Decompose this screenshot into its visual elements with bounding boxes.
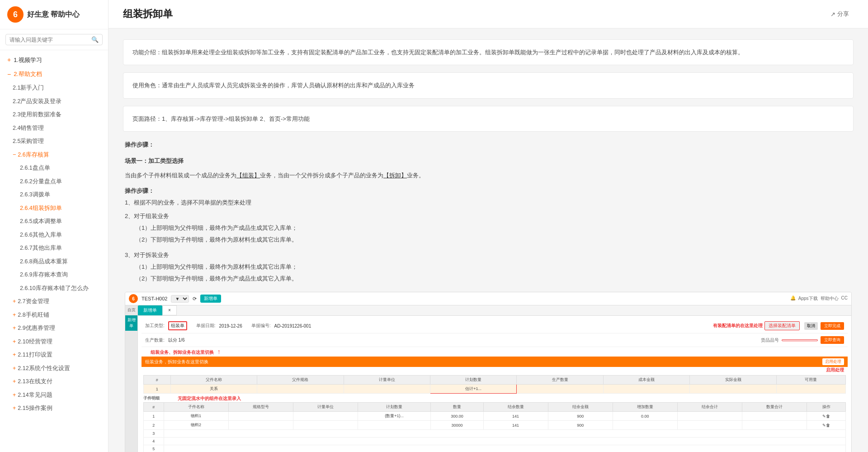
search-wrap[interactable]: 🔍 xyxy=(5,34,103,45)
step3-1-text: （1）上部明细为父件明细，最终作为原材料生成其它出库单； xyxy=(136,261,852,273)
s-qty2: 30000 xyxy=(431,421,483,430)
s-remain-qty: 141 xyxy=(483,412,548,421)
sidebar-item-productcost[interactable]: 2.6.8商品成本重算 xyxy=(0,255,108,269)
search-input-box[interactable] xyxy=(782,339,818,341)
s-num3: 3 xyxy=(144,430,164,438)
tab-close[interactable]: × xyxy=(162,305,177,315)
sidebar-label: 2.12系统个性化设置 xyxy=(18,365,70,373)
step2-text: 2、对于组装业务 xyxy=(125,212,852,220)
s-empty5 xyxy=(164,445,845,452)
sidebar-label: 2.6.5成本调整单 xyxy=(20,218,62,226)
sidebar-label: 2.14常见问题 xyxy=(18,391,52,400)
s-remain-amt2: 900 xyxy=(548,421,613,430)
sidebar-label: 2.13在线支付 xyxy=(18,378,52,386)
sidebar-item-custom[interactable]: + 2.12系统个性化设置 xyxy=(0,362,108,376)
delete-icon2[interactable]: 🗑 xyxy=(826,423,830,428)
annotation-has-bom: 有装配清单的在这里处理 xyxy=(713,323,763,329)
edit-icon2[interactable]: ✎ xyxy=(822,423,826,428)
search-icon[interactable]: 🔍 xyxy=(91,36,99,43)
sidebar-item-finance[interactable]: + 2.7资金管理 xyxy=(0,295,108,309)
sidebar-item-assembly[interactable]: 2.6.4组装拆卸单 xyxy=(0,202,108,215)
cell-unit xyxy=(344,385,430,394)
sidebar-item-install[interactable]: 2.2产品安装及登录 xyxy=(0,95,108,109)
confirm-btn[interactable]: 立即完成 xyxy=(821,322,844,330)
sidebar-item-docs[interactable]: − 2.帮助文档 xyxy=(0,67,108,82)
app-content-area: 新增单 × 加工类型: 组装单 单据日期: 2019-12-26 xyxy=(138,305,851,452)
sub-table-row: 1 物料1 (数量+1)... 300.00 141 900 xyxy=(144,412,846,421)
app-title: 好生意 帮助中心 xyxy=(27,10,80,19)
cell-cost xyxy=(603,385,689,394)
s-unit2 xyxy=(293,421,358,430)
sidebar-item-video[interactable]: + 1.视频学习 xyxy=(0,53,108,67)
edit-icon[interactable]: ✎ xyxy=(822,414,826,419)
sub-table-row: 2 物料2 30000 141 900 xyxy=(144,421,846,430)
plus-icon2: + xyxy=(13,298,16,306)
sidebar-item-coupon[interactable]: + 2.9优惠券管理 xyxy=(0,322,108,335)
tab-new-active[interactable]: 新增单 xyxy=(138,305,162,315)
content-area: 功能介绍：组装拆卸单用来处理企业组装或拆卸等加工业务，支持有固定装配清单的产品加… xyxy=(108,29,868,452)
th-planned-qty: 计划数量 xyxy=(430,376,516,385)
step2-2-text: （2）下部明细为子件明细，最终作为原材料生成其它出库单。 xyxy=(136,234,852,246)
search-btn[interactable]: 立即查询 xyxy=(821,336,844,344)
ops-title2: 操作步骤： xyxy=(125,185,852,197)
share-button[interactable]: ↗ 分享 xyxy=(826,7,854,21)
sub-table-wrap: # 子件名称 规格型号 计量单位 计划数量 数量 结余数量 结余 xyxy=(142,401,848,452)
sidebar-item-print[interactable]: + 2.11打印设置 xyxy=(0,348,108,362)
sidebar-item-newcomer[interactable]: 2.1新手入门 xyxy=(0,81,108,95)
sidebar-label: 2.9优惠券管理 xyxy=(18,324,55,333)
sidebar-item-stockerror[interactable]: 2.6.10库存账本错了怎么办 xyxy=(0,282,108,295)
step1-block: 1、根据不同的业务，选择不同单据的类型来处理 xyxy=(125,199,852,207)
sidebar-item-mobile[interactable]: + 2.8手机旺铺 xyxy=(0,309,108,322)
date-label: 单据日期: xyxy=(196,323,216,329)
sidebar-item-cases[interactable]: + 2.15操作案例 xyxy=(0,402,108,415)
sidebar-item-stockquery[interactable]: 2.6.9库存账本查询 xyxy=(0,268,108,282)
logo-icon: 6 xyxy=(7,6,24,23)
sidebar-item-prepare[interactable]: 2.3使用前数据准备 xyxy=(0,108,108,122)
sidebar-item-stocksplit[interactable]: 2.6.2分量盘点单 xyxy=(0,175,108,189)
sidebar-item-onlinepay[interactable]: + 2.13在线支付 xyxy=(0,375,108,389)
s-ops2: ✎🗑 xyxy=(807,421,846,430)
sub-th-remain-amt: 结余金额 xyxy=(548,403,613,412)
company-select[interactable]: ▼ xyxy=(171,295,189,303)
process-btn[interactable]: 启用处理 xyxy=(822,358,844,365)
s-remain-total xyxy=(677,412,742,421)
sidebar-label: 2.7资金管理 xyxy=(18,298,49,306)
th-cost-amt: 成本金额 xyxy=(603,376,689,385)
process-right: 启用处理 xyxy=(822,358,844,365)
sub-table-row: 5 xyxy=(144,445,846,452)
sub-table-label: 子件明细 xyxy=(143,395,160,401)
sidebar-item-transfer[interactable]: 2.6.3调拨单 xyxy=(0,188,108,202)
user-icon: CC xyxy=(841,295,848,302)
sidebar-item-otherout[interactable]: 2.6.7其他出库单 xyxy=(0,242,108,255)
sidebar-label: 2.6.8商品成本重算 xyxy=(20,258,68,266)
s-name2: 物料2 xyxy=(164,421,228,430)
th-actual-amt: 实际金额 xyxy=(690,376,776,385)
path-text: 页面路径：1、库存核算->库存管理->组装拆卸单 2、首页->常用功能 xyxy=(132,114,844,124)
sidebar-item-sales[interactable]: 2.4销售管理 xyxy=(0,122,108,135)
no-value: AD-20191226-001 xyxy=(274,324,311,328)
sidebar-item-costadj[interactable]: 2.6.5成本调整单 xyxy=(0,215,108,228)
sidebar-item-inventory[interactable]: − 2.6库存核算 xyxy=(0,148,108,162)
delete-icon[interactable]: 🗑 xyxy=(826,414,830,419)
sidebar-item-stockcount[interactable]: 2.6.1盘点单 xyxy=(0,162,108,175)
th-num: # xyxy=(144,376,171,385)
search-input[interactable] xyxy=(9,37,91,43)
annotation2-area: 组装业务、拆卸业务在这里切换 ↑ xyxy=(142,347,848,357)
main-table-head: # 父件名称 父件规格 计量单位 计划数量 生产数量 成本金额 xyxy=(144,376,846,385)
sub-th-remain-qty: 结余数量 xyxy=(483,403,548,412)
select-bom-btn[interactable]: 选择装配清单 xyxy=(764,321,800,330)
sub-table-head: # 子件名称 规格型号 计量单位 计划数量 数量 结余数量 结余 xyxy=(144,403,846,412)
sub-header-row: 子件明细 无固定流水中的组件在这里录入 xyxy=(142,394,848,401)
s-empty3 xyxy=(164,430,845,438)
scene-desc: 当由多个子件材料组装成一个成品的业务为【组装】业务，当由一个父件拆分成多个子产品… xyxy=(125,170,852,181)
sidebar-label: 2.6.4组装拆卸单 xyxy=(20,205,62,213)
new-order-btn[interactable]: 新增单 xyxy=(200,295,221,303)
annotation2-text: 组装业务、拆卸业务在这里切换 xyxy=(151,349,214,356)
sidebar-item-purchase[interactable]: 2.5采购管理 xyxy=(0,135,108,148)
th-avail-qty: 可用量 xyxy=(776,376,845,385)
sidebar-item-otherin[interactable]: 2.6.6其他入库单 xyxy=(0,228,108,242)
sidebar-item-ops[interactable]: + 2.10经营管理 xyxy=(0,335,108,349)
sidebar-item-faq[interactable]: + 2.14常见问题 xyxy=(0,389,108,402)
cancel-btn[interactable]: 取消 xyxy=(804,322,818,330)
app-bar: 6 TEST-H002 ▼ ⟳ 新增单 🔔 Apps下载 帮助中心 CC xyxy=(125,292,851,305)
